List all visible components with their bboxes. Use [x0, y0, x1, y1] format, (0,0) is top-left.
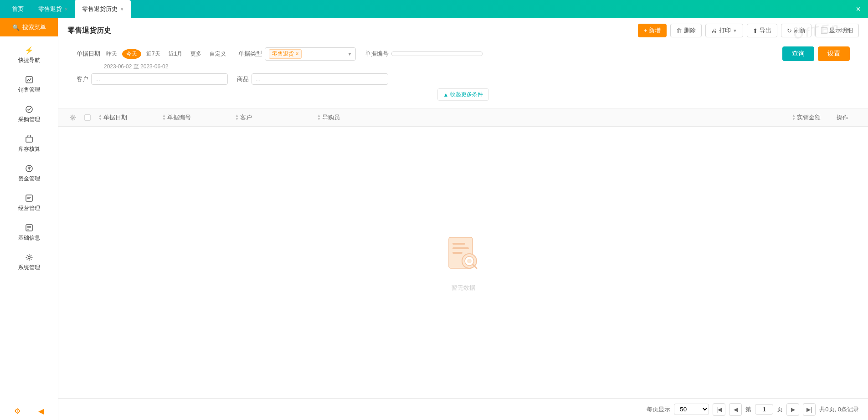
print-arrow-icon: ▼ — [733, 28, 737, 33]
refresh-icon: ↻ — [787, 27, 792, 34]
th-checkbox[interactable] — [80, 114, 95, 121]
date-btn-custom[interactable]: 自定义 — [206, 49, 229, 59]
tab-retail-return-close[interactable]: × — [65, 6, 67, 12]
inventory-icon — [25, 134, 34, 143]
tab-retail-return-history-label: 零售退货历史 — [82, 5, 118, 13]
sidebar-item-purchase[interactable]: 采购管理 — [0, 99, 58, 129]
purchase-icon — [25, 105, 34, 114]
date-btn-yesterday[interactable]: 昨天 — [103, 49, 120, 59]
new-button[interactable]: + 新增 — [638, 24, 667, 37]
date-btn-1month[interactable]: 近1月 — [165, 49, 186, 59]
svg-point-20 — [467, 259, 472, 263]
page-last-button[interactable]: ▶| — [803, 403, 816, 416]
show-detail-toggle[interactable]: 显示明细 — [815, 24, 859, 37]
goods-input[interactable]: ... — [252, 73, 388, 85]
date-btn-today[interactable]: 今天 — [122, 49, 141, 59]
sidebar-search-label: 搜索菜单 — [22, 23, 46, 31]
header-checkbox[interactable] — [84, 114, 91, 121]
tab-retail-return-history[interactable]: 零售退货历史 × — [75, 0, 130, 18]
page-prev-button[interactable]: ◀ — [729, 403, 742, 416]
doc-type-arrow-icon: ▼ — [347, 51, 352, 56]
sales-icon — [25, 75, 34, 84]
window-close-button[interactable]: × — [856, 5, 861, 14]
query-button[interactable]: 查询 — [782, 46, 814, 61]
date-btn-7days[interactable]: 近7天 — [143, 49, 164, 59]
show-detail-checkbox[interactable] — [821, 27, 827, 34]
th-amount-label: 实销金额 — [797, 113, 821, 122]
sidebar-bottom: ⚙ ◀ — [0, 402, 58, 420]
date-btn-more[interactable]: 更多 — [187, 49, 205, 59]
page-title: 零售退货历史 — [67, 26, 111, 36]
collapse-up-icon: ▲ — [443, 92, 449, 98]
page-size-label: 每页显示 — [647, 405, 670, 414]
filter-area: 单据日期 昨天 今天 近7天 近1月 更多 自定义 单据类型 — [67, 42, 859, 108]
delete-button[interactable]: 🗑 🗑 删除 删除 — [670, 24, 702, 37]
sidebar-item-system[interactable]: 系统管理 — [0, 247, 58, 277]
sidebar-collapse-icon[interactable]: ◀ — [38, 407, 44, 415]
svg-rect-14 — [452, 243, 465, 245]
guide-sort-icon: ▲▼ — [317, 114, 321, 121]
th-date[interactable]: ▲▼ 单据日期 — [95, 113, 159, 122]
export-button[interactable]: ⬆ 导出 — [747, 24, 777, 37]
customer-label: 客户 — [77, 75, 88, 83]
refresh-button[interactable]: ↻ 刷新 — [781, 24, 812, 37]
th-guide[interactable]: ▲▼ 导购员 — [313, 113, 368, 122]
th-customer[interactable]: ▲▼ 客户 — [231, 113, 313, 122]
th-code-label: 单据编号 — [167, 113, 191, 122]
sidebar-item-operations[interactable]: 经营管理 — [0, 188, 58, 218]
filter-row-2: 客户 ... 商品 ... — [77, 73, 850, 85]
th-amount[interactable]: ▲▼ 实销金额 — [770, 113, 824, 122]
collapse-label: 收起更多条件 — [450, 91, 483, 98]
sidebar-search[interactable]: 🔍 搜索菜单 — [0, 18, 58, 36]
th-settings[interactable] — [66, 114, 80, 121]
empty-icon — [441, 233, 486, 278]
tab-retail-return-label: 零售退货 — [38, 5, 62, 13]
customer-sort-icon: ▲▼ — [235, 114, 239, 121]
sidebar-item-finance[interactable]: 资金管理 — [0, 159, 58, 188]
sidebar-item-sales-label: 销售管理 — [18, 86, 40, 94]
page-number-input[interactable] — [755, 404, 773, 415]
svg-rect-16 — [452, 252, 462, 254]
th-code[interactable]: ▲▼ 单据编号 — [159, 113, 231, 122]
svg-rect-15 — [452, 247, 469, 249]
tab-home-label: 首页 — [12, 5, 24, 13]
doc-type-tag-close[interactable]: × — [295, 51, 298, 57]
tab-home[interactable]: 首页 — [5, 0, 31, 18]
table-header: ▲▼ 单据日期 ▲▼ 单据编号 ▲▼ 客户 ▲▼ 导购员 ▲▼ — [58, 108, 868, 127]
doc-no-input[interactable] — [391, 51, 483, 56]
code-sort-icon: ▲▼ — [162, 114, 166, 121]
filter-row-1: 单据日期 昨天 今天 近7天 近1月 更多 自定义 单据类型 — [77, 46, 850, 61]
sidebar-item-quick-nav[interactable]: ⚡ 快捷导航 — [0, 40, 58, 70]
sidebar: 🔍 搜索菜单 ⚡ 快捷导航 销售管理 采购管理 — [0, 18, 58, 420]
goods-label: 商品 — [237, 75, 249, 83]
page-label-suffix: 页 — [777, 405, 783, 414]
top-bar: 首页 零售退货 × 零售退货历史 × × — [0, 0, 868, 18]
th-action: 操作 — [824, 113, 861, 122]
system-icon — [25, 253, 34, 262]
doc-no-label: 单据编号 — [365, 50, 389, 58]
doc-type-tag: 零售退货 × — [269, 49, 302, 59]
setting-button[interactable]: 设置 — [818, 46, 850, 61]
doc-type-input[interactable]: 零售退货 × ▼ — [265, 47, 356, 61]
customer-input[interactable]: ... — [91, 73, 228, 85]
print-button[interactable]: 🖨 打印 ▼ — [705, 24, 743, 37]
layout: 🔍 搜索菜单 ⚡ 快捷导航 销售管理 采购管理 — [0, 18, 868, 420]
sidebar-item-basic-info[interactable]: 基础信息 — [0, 218, 58, 247]
sidebar-item-sales[interactable]: 销售管理 — [0, 70, 58, 99]
page-first-button[interactable]: |◀ — [713, 403, 725, 416]
operations-icon — [25, 194, 34, 203]
tab-retail-return[interactable]: 零售退货 × — [31, 0, 75, 18]
sidebar-item-inventory[interactable]: 库存核算 — [0, 129, 58, 159]
doc-type-filter: 单据类型 零售退货 × ▼ — [238, 47, 356, 61]
page-next-button[interactable]: ▶ — [786, 403, 799, 416]
th-action-label: 操作 — [837, 113, 848, 122]
sidebar-item-purchase-label: 采购管理 — [18, 116, 40, 123]
tab-retail-return-history-close[interactable]: × — [120, 6, 123, 12]
goods-placeholder: ... — [256, 76, 261, 82]
sidebar-settings-icon[interactable]: ⚙ — [14, 407, 21, 415]
show-detail-label: 显示明细 — [829, 26, 853, 35]
date-sort-icon: ▲▼ — [98, 114, 102, 121]
collapse-button[interactable]: ▲ 收起更多条件 — [437, 88, 489, 101]
tab-bar: 首页 零售退货 × 零售退货历史 × — [5, 0, 868, 18]
page-size-select[interactable]: 50 10 20 100 — [674, 404, 709, 415]
